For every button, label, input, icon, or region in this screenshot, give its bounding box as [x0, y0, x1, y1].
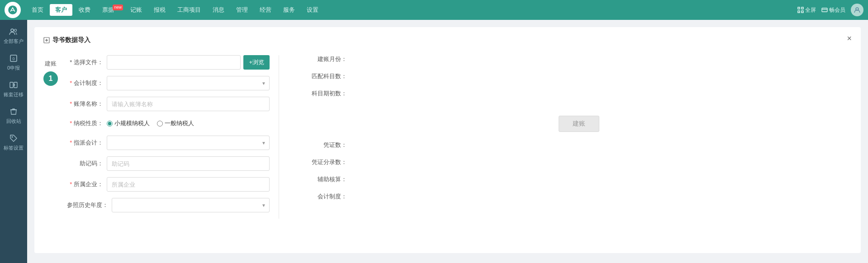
main-layout: 全部客户 0 0申报 账套迁移 回收站	[0, 20, 868, 263]
ledger-name-input[interactable]	[107, 97, 270, 111]
svg-rect-11	[10, 82, 13, 88]
select-file-row: * 选择文件： +浏览	[67, 55, 270, 70]
panel-title: 导爷数据导入	[43, 36, 852, 44]
close-button[interactable]: ×	[847, 34, 852, 42]
accounting-system-row: 会计制度： ▼	[67, 76, 270, 90]
trash-icon	[9, 107, 18, 116]
affiliated-company-row: 所属企业：	[67, 177, 270, 192]
member-label: 畅会员	[829, 6, 845, 14]
file-input-group: +浏览	[107, 55, 270, 70]
member-icon	[821, 7, 828, 13]
reference-year-select[interactable]	[112, 198, 270, 212]
auxiliary-row: 辅助核算：	[306, 175, 852, 183]
logo[interactable]	[5, 2, 21, 18]
tax-type-label: 纳税性质：	[67, 119, 103, 127]
nav-item-service[interactable]: 服务	[278, 4, 300, 16]
account-month-label: 建账月份：	[306, 55, 347, 63]
import-icon	[43, 37, 50, 43]
nav-item-client[interactable]: 客户	[50, 4, 72, 16]
assign-accountant-select-wrapper: ▼	[107, 136, 270, 150]
voucher-count-label: 凭证数：	[306, 141, 347, 149]
svg-rect-2	[802, 7, 803, 9]
assign-accountant-select[interactable]	[107, 136, 270, 150]
accounting-system-select[interactable]	[107, 76, 270, 90]
avatar[interactable]	[851, 4, 863, 16]
svg-point-0	[8, 5, 17, 14]
accounting-system-r-label: 会计制度：	[306, 193, 347, 201]
initial-subjects-label: 科目期初数：	[306, 89, 347, 98]
nav-item-message[interactable]: 消息	[207, 4, 230, 16]
main-panel: 导爷数据导入 × 建账 1 * 选择文件：	[34, 27, 861, 253]
fullscreen-icon	[797, 7, 804, 13]
nav-item-invoice[interactable]: 票据 new	[97, 4, 124, 16]
browse-button[interactable]: +浏览	[243, 55, 270, 70]
nav-item-business[interactable]: 工商项目	[172, 4, 206, 16]
sidebar-item-migrate[interactable]: 账套迁移	[1, 77, 26, 102]
sidebar-item-tag-settings[interactable]: 标签设置	[1, 130, 26, 155]
nav-right: 全屏 畅会员	[797, 4, 863, 16]
tax-small-option[interactable]: 小规模纳税人	[107, 119, 150, 127]
sidebar-item-label: 0申报	[7, 65, 20, 71]
tag-icon	[9, 134, 18, 143]
avatar-icon	[854, 6, 861, 14]
tax-small-label: 小规模纳税人	[114, 119, 150, 127]
svg-point-8	[14, 29, 17, 32]
shortcode-label: 助记码：	[67, 160, 103, 168]
nav-item-settings[interactable]: 设置	[301, 4, 324, 16]
reference-year-label: 参照历史年度：	[67, 201, 108, 209]
match-subjects-label: 匹配科目数：	[306, 72, 347, 80]
zero-icon: 0	[9, 54, 18, 63]
account-month-row: 建账月份：	[306, 55, 852, 63]
svg-point-13	[12, 136, 13, 138]
sidebar-item-label: 全部客户	[4, 38, 24, 45]
step-section: 建账 1 * 选择文件： +浏览	[43, 55, 270, 219]
shortcode-input[interactable]	[107, 156, 270, 171]
accounting-system-r-row: 会计制度：	[306, 193, 852, 201]
step-label: 建账	[45, 60, 57, 68]
fullscreen-btn[interactable]: 全屏	[797, 6, 816, 14]
sidebar-item-label: 账套迁移	[4, 91, 24, 98]
svg-rect-12	[14, 82, 17, 88]
affiliated-company-label: 所属企业：	[67, 180, 103, 188]
build-button[interactable]: 建账	[559, 116, 599, 132]
nav-item-operation[interactable]: 经营	[254, 4, 277, 16]
users-icon	[9, 27, 18, 36]
form-left: 建账 1 * 选择文件： +浏览	[43, 55, 270, 219]
nav-item-manage[interactable]: 管理	[231, 4, 253, 16]
tax-general-option[interactable]: 一般纳税人	[157, 119, 194, 127]
file-input[interactable]	[107, 55, 241, 70]
assign-accountant-row: 指派会计： ▼	[67, 136, 270, 150]
sidebar-item-label: 回收站	[6, 118, 21, 125]
initial-subjects-row: 科目期初数：	[306, 89, 852, 98]
tax-type-radio-group: 小规模纳税人 一般纳税人	[107, 117, 270, 129]
shortcode-row: 助记码：	[67, 156, 270, 171]
sidebar-item-all-clients[interactable]: 全部客户	[1, 23, 26, 48]
svg-rect-1	[798, 7, 800, 9]
svg-text:0: 0	[12, 56, 14, 61]
nav-item-home[interactable]: 首页	[26, 4, 49, 16]
nav-item-fee[interactable]: 收费	[73, 4, 96, 16]
accounting-system-label: 会计制度：	[67, 79, 103, 87]
vertical-divider	[279, 55, 279, 219]
member-btn[interactable]: 畅会员	[821, 6, 845, 14]
migrate-icon	[9, 80, 18, 89]
sidebar-item-zero-declare[interactable]: 0 0申报	[1, 50, 26, 75]
voucher-entries-label: 凭证分录数：	[306, 158, 347, 166]
reference-year-row: 参照历史年度： ▼	[67, 198, 270, 212]
form-right: 建账月份： 匹配科目数： 科目期初数： 建账	[288, 55, 852, 219]
tax-general-radio[interactable]	[157, 121, 163, 127]
form-wrapper: 建账 1 * 选择文件： +浏览	[43, 55, 852, 219]
form-fields: * 选择文件： +浏览 会计制度：	[67, 55, 270, 219]
nav-item-tax[interactable]: 报税	[148, 4, 171, 16]
svg-rect-3	[798, 11, 800, 13]
reference-year-select-wrapper: ▼	[112, 198, 270, 212]
nav-item-accounting[interactable]: 记账	[125, 4, 147, 16]
sidebar: 全部客户 0 0申报 账套迁移 回收站	[0, 20, 27, 263]
sidebar-item-trash[interactable]: 回收站	[1, 103, 26, 128]
match-subjects-row: 匹配科目数：	[306, 72, 852, 80]
auxiliary-label: 辅助核算：	[306, 175, 347, 183]
ledger-name-label: 账簿名称：	[67, 100, 103, 108]
affiliated-company-input[interactable]	[107, 177, 270, 192]
tax-small-radio[interactable]	[107, 121, 113, 127]
svg-point-7	[11, 29, 14, 32]
